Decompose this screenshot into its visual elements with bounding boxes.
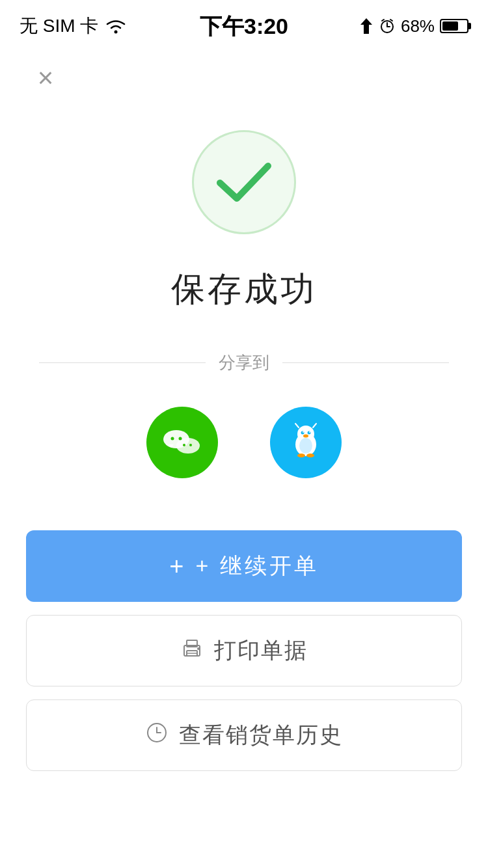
action-buttons: + + 继续开单 打印单据 bbox=[0, 530, 488, 771]
printer-icon bbox=[180, 636, 204, 665]
wechat-share-button[interactable] bbox=[146, 407, 218, 478]
svg-point-16 bbox=[308, 431, 311, 435]
svg-point-18 bbox=[309, 431, 310, 433]
svg-point-0 bbox=[115, 31, 118, 34]
wechat-icon bbox=[159, 420, 205, 465]
carrier-info: 无 SIM 卡 bbox=[20, 14, 127, 38]
main-content: × 保存成功 分享到 bbox=[0, 52, 488, 771]
qq-icon bbox=[286, 422, 326, 463]
system-icons: 68% bbox=[359, 16, 468, 36]
checkmark-icon bbox=[215, 159, 273, 205]
continue-icon: + bbox=[169, 552, 185, 580]
wifi-icon bbox=[105, 18, 127, 34]
close-button[interactable]: × bbox=[26, 59, 65, 98]
svg-point-7 bbox=[176, 438, 200, 454]
success-circle bbox=[192, 130, 296, 234]
svg-point-11 bbox=[189, 444, 192, 446]
print-button[interactable]: 打印单据 bbox=[26, 615, 462, 686]
print-label: 打印单据 bbox=[214, 636, 308, 666]
divider-left bbox=[39, 362, 206, 363]
continue-label: + 继续开单 bbox=[195, 551, 318, 581]
svg-line-5 bbox=[390, 20, 392, 21]
success-area: 保存成功 分享到 bbox=[0, 65, 488, 771]
alarm-icon bbox=[379, 18, 396, 34]
continue-button[interactable]: + + 继续开单 bbox=[26, 530, 462, 602]
history-label: 查看销货单历史 bbox=[179, 720, 343, 750]
share-divider: 分享到 bbox=[0, 351, 488, 374]
svg-line-23 bbox=[295, 424, 299, 427]
svg-point-8 bbox=[171, 437, 174, 441]
svg-point-21 bbox=[297, 454, 305, 457]
share-icons bbox=[146, 407, 342, 478]
qq-share-button[interactable] bbox=[270, 407, 342, 478]
status-bar: 无 SIM 卡 下午3:20 68% bbox=[0, 0, 488, 52]
close-icon: × bbox=[38, 64, 54, 92]
svg-line-24 bbox=[313, 424, 316, 427]
svg-line-4 bbox=[382, 20, 384, 21]
svg-point-29 bbox=[197, 647, 200, 650]
svg-point-10 bbox=[183, 444, 185, 446]
battery-indicator bbox=[440, 19, 468, 33]
svg-point-19 bbox=[303, 435, 308, 438]
svg-point-22 bbox=[306, 454, 314, 457]
carrier-text: 无 SIM 卡 bbox=[20, 14, 98, 38]
success-title: 保存成功 bbox=[171, 267, 317, 312]
divider-right bbox=[282, 362, 449, 363]
time-display: 下午3:20 bbox=[200, 12, 288, 42]
history-icon bbox=[145, 721, 169, 750]
svg-point-9 bbox=[179, 437, 182, 441]
battery-percent: 68% bbox=[401, 16, 435, 36]
location-icon bbox=[359, 17, 373, 35]
svg-point-17 bbox=[303, 431, 304, 433]
history-button[interactable]: 查看销货单历史 bbox=[26, 699, 462, 771]
share-label: 分享到 bbox=[206, 351, 282, 374]
svg-point-15 bbox=[301, 431, 305, 435]
svg-point-20 bbox=[299, 438, 312, 454]
